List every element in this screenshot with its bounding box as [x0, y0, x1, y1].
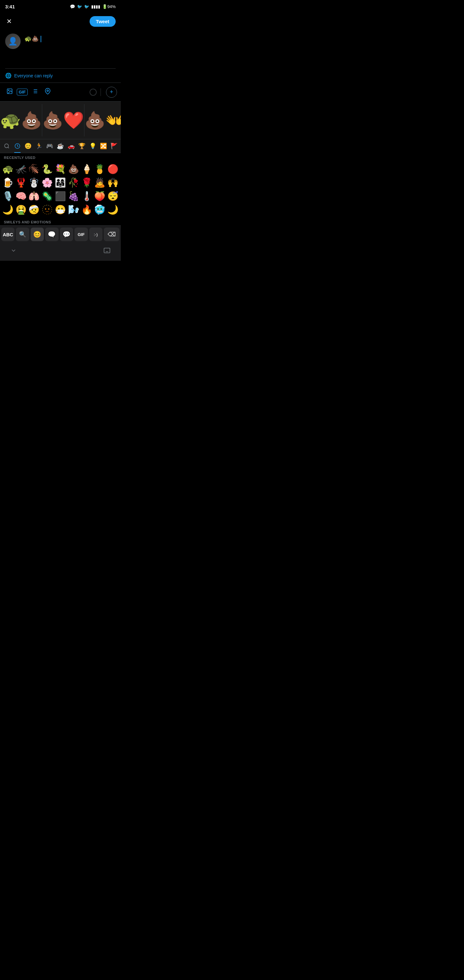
tab-objects[interactable]: 🏆	[77, 139, 87, 153]
tab-activities[interactable]: 🎮	[44, 139, 55, 153]
emoji-beers[interactable]: 🍺	[1, 176, 14, 189]
tab-food[interactable]: ☕	[55, 139, 66, 153]
emoji-rose[interactable]: 🌹	[80, 176, 94, 189]
gif-label: GIF	[19, 90, 26, 94]
tab-people[interactable]: 🏃	[33, 139, 44, 153]
recently-used-label: RECENTLY USED	[0, 153, 121, 161]
kb-emoji-button[interactable]: 😊	[30, 228, 44, 241]
emoji-mask[interactable]: 😷	[54, 203, 67, 216]
keyboard-type-row: ABC 🔍 😊 🗨️ 💬 GIF :-) ⌫	[0, 226, 121, 243]
avatar: 👤	[5, 33, 21, 49]
emoji-sleeping[interactable]: 😴	[106, 189, 119, 203]
kb-kaomoji-button[interactable]: :-)	[89, 228, 102, 241]
status-icons: 💬 🐦 🐦 ▮▮▮▮ 🔋94%	[70, 4, 116, 9]
recently-used-grid: 🐢 🦟 🪳 🐍 💐 💩 🍦 🍍 🔴 🍺 🦞 ☃️ 🌸 👨‍👩‍👧 🥀 🌹 🙇 🙌…	[0, 161, 121, 218]
status-time: 3:41	[5, 4, 15, 10]
reply-setting[interactable]: 🌐 Everyone can reply	[0, 68, 121, 83]
emoji-snake[interactable]: 🐍	[41, 162, 54, 176]
keyboard-bottom: ABC 🔍 😊 🗨️ 💬 GIF :-) ⌫	[0, 225, 121, 261]
emoji-bouquet[interactable]: 💐	[54, 162, 67, 176]
emoji-vomiting[interactable]: 🤮	[14, 203, 28, 216]
char-indicator	[90, 89, 97, 96]
sticker-turtle-poop[interactable]: 🐢💩	[0, 104, 42, 136]
toolbar-divider	[100, 88, 101, 96]
tab-travel[interactable]: 🚗	[66, 139, 76, 153]
smileys-label: SMILEYS AND EMOTIONS	[0, 218, 121, 225]
emoji-brain[interactable]: 🧠	[14, 189, 28, 203]
gif-button[interactable]: GIF	[17, 89, 28, 95]
tab-smileys[interactable]: 😊	[23, 139, 33, 153]
tab-symbols2[interactable]: 🔀	[98, 139, 109, 153]
kb-sticker-button[interactable]: 🗨️	[45, 228, 58, 241]
compose-area: 👤 🐢💩	[0, 30, 121, 68]
featured-stickers: 🐢💩 💩❤️ 💩👐 🐒💩	[0, 102, 121, 139]
emoji-wind[interactable]: 🌬️	[67, 203, 80, 216]
emoji-moon2[interactable]: 🌙	[106, 203, 119, 216]
emoji-fire[interactable]: 🔥	[80, 203, 94, 216]
emoji-thermometer[interactable]: 🌡️	[80, 189, 94, 203]
cursor	[41, 36, 41, 42]
kb-sticker2-button[interactable]: 💬	[60, 228, 73, 241]
close-button[interactable]: ✕	[5, 16, 13, 26]
compose-toolbar: GIF +	[0, 83, 121, 102]
tab-symbols[interactable]: 💡	[87, 139, 98, 153]
add-tweet-button[interactable]: +	[106, 87, 117, 98]
hide-keyboard-button[interactable]	[8, 246, 19, 257]
location-button[interactable]	[42, 86, 54, 99]
tweet-button[interactable]: Tweet	[90, 16, 116, 27]
sticker-poop-hearts[interactable]: 💩❤️	[42, 104, 84, 136]
twitter-icon: 🐦	[77, 4, 82, 9]
svg-point-1	[8, 90, 9, 91]
emoji-germ[interactable]: 🦠	[41, 189, 54, 203]
twitter-icon2: 🐦	[84, 4, 89, 9]
emoji-injured[interactable]: 🤕	[28, 203, 41, 216]
emoji-grapes[interactable]: 🍇	[67, 189, 80, 203]
emoji-icecream[interactable]: 🍦	[80, 162, 94, 176]
emoji-lobster[interactable]: 🦞	[14, 176, 28, 189]
emoji-microphone[interactable]: 🎙️	[1, 189, 14, 203]
emoji-peach[interactable]: 🍑	[93, 189, 106, 203]
emoji-poop[interactable]: 💩	[67, 162, 80, 176]
emoji-flower[interactable]: 🌸	[41, 176, 54, 189]
recently-used-section: RECENTLY USED 🐢 🦟 🪳 🐍 💐 💩 🍦 🍍 🔴 🍺 🦞 ☃️ 🌸…	[0, 153, 121, 225]
emoji-pineapple[interactable]: 🍍	[93, 162, 106, 176]
emoji-turtle[interactable]: 🐢	[1, 162, 14, 176]
emoji-dotted-face[interactable]: 🫥	[41, 203, 54, 216]
avatar-image: 👤	[5, 33, 21, 49]
keyboard-nav-row	[0, 243, 121, 261]
emoji-cold-face[interactable]: 🥶	[93, 203, 106, 216]
emoji-mosquito[interactable]: 🦟	[14, 162, 28, 176]
tweet-input[interactable]: 🐢💩	[24, 33, 116, 64]
emoji-snowman[interactable]: ☃️	[28, 176, 41, 189]
kb-abc-button[interactable]: ABC	[1, 228, 14, 241]
emoji-bowing[interactable]: 🙇	[93, 176, 106, 189]
plus-icon: +	[110, 89, 113, 95]
emoji-family[interactable]: 👨‍👩‍👧	[54, 176, 67, 189]
tab-recently-used[interactable]	[12, 139, 22, 153]
image-button[interactable]	[4, 86, 16, 99]
svg-rect-12	[104, 248, 110, 253]
signal-icon: ▮▮▮▮	[91, 4, 100, 9]
kb-delete-button[interactable]: ⌫	[104, 228, 119, 241]
emoji-lungs[interactable]: 🫁	[28, 189, 41, 203]
emoji-wilted-flower[interactable]: 🥀	[67, 176, 80, 189]
emoji-cockroach[interactable]: 🪳	[28, 162, 41, 176]
tab-flags[interactable]: 🚩	[109, 139, 119, 153]
switch-keyboard-button[interactable]	[101, 246, 113, 257]
poll-button[interactable]	[29, 86, 41, 99]
kb-gif-button[interactable]: GIF	[75, 228, 87, 241]
emoji-category-tabs: 😊 🏃 🎮 ☕ 🚗 🏆 💡 🔀 🚩	[0, 139, 121, 153]
top-bar: ✕ Tweet	[0, 13, 121, 30]
emoji-crescent-moon[interactable]: 🌙	[1, 203, 14, 216]
battery-icon: 🔋94%	[102, 4, 116, 9]
sticker-poop-wave[interactable]: 💩👐	[84, 104, 121, 136]
emoji-red-circle[interactable]: 🔴	[106, 162, 119, 176]
svg-point-9	[5, 144, 8, 148]
tweet-text: 🐢💩	[24, 35, 39, 42]
reply-text: Everyone can reply	[14, 73, 53, 78]
emoji-black-rect[interactable]: ⬛	[54, 189, 67, 203]
kb-search-button[interactable]: 🔍	[16, 228, 29, 241]
emoji-raised-hands[interactable]: 🙌	[106, 176, 119, 189]
tab-search[interactable]	[1, 139, 12, 153]
globe-icon: 🌐	[5, 73, 11, 79]
